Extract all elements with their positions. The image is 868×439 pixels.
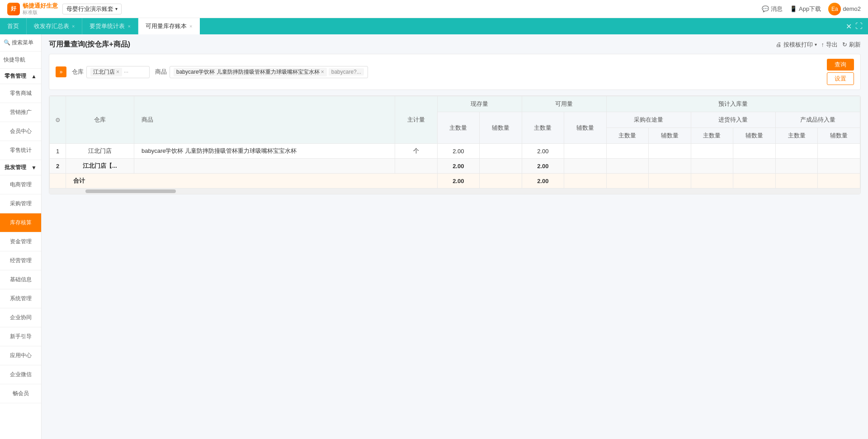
export-btn[interactable]: ↑ 导出	[821, 41, 838, 49]
col-product-header: 商品	[134, 96, 395, 144]
total-current-aux	[480, 174, 522, 189]
sidebar-item-enterprise-collab-label: 企业协同	[4, 314, 38, 321]
sidebar-item-app-center-label: 应用中心	[4, 352, 38, 359]
tab-home[interactable]: 首页	[0, 18, 27, 34]
settings-btn[interactable]: 设置	[827, 72, 854, 85]
content-area: 可用量查询(按仓库+商品) 🖨 按模板打印 ▾ ↑ 导出 ↻ 刷新	[42, 34, 868, 439]
scrollbar-thumb[interactable]	[85, 189, 176, 193]
search-icon: 🔍	[4, 39, 10, 46]
col-production-header: 产成品待入量	[775, 112, 860, 128]
product-filter-group: 商品 babycare学饮杯 儿童防摔防撞吸管杯重力球吸嘴杯宝宝水杯 × bab…	[155, 66, 368, 78]
row-1-available-main: 2.00	[522, 144, 564, 159]
user-profile[interactable]: Ea demo2	[828, 3, 861, 15]
download-icon: 📱	[790, 5, 797, 12]
sidebar-item-retail-mgmt-label: 零售管理	[5, 72, 26, 80]
query-btn[interactable]: 查询	[827, 59, 854, 71]
chevron-down-icon: ▾	[115, 6, 118, 11]
col-available-main-label: 主数量	[534, 124, 552, 131]
total-pur-main	[606, 174, 649, 189]
sidebar-item-marketing[interactable]: 营销推广	[0, 103, 41, 122]
col-current-main-label: 主数量	[449, 124, 467, 131]
sidebar-item-new-guide-label: 新手引导	[4, 333, 38, 340]
industry-selector[interactable]: 母婴行业演示账套 ▾	[62, 4, 122, 14]
sidebar-item-operations[interactable]: 经营管理	[0, 251, 41, 270]
header-right: 💬 消息 📱 App下载 Ea demo2	[762, 3, 861, 15]
row-1-current-main: 2.00	[437, 144, 480, 159]
col-available-qty-label: 可用量	[555, 100, 573, 107]
tab-receive-send[interactable]: 收发存汇总表 ×	[27, 18, 82, 34]
col-inc-main-header: 主数量	[691, 128, 733, 144]
col-available-main-header: 主数量	[522, 112, 564, 144]
refresh-btn[interactable]: ↻ 刷新	[842, 41, 861, 49]
header-left: 好 畅捷通好生意 标准版 母婴行业演示账套 ▾	[7, 2, 122, 15]
message-btn[interactable]: 💬 消息	[762, 5, 783, 13]
sidebar-item-new-guide[interactable]: 新手引导	[0, 327, 41, 346]
sidebar-item-membership[interactable]: 会员中心	[0, 122, 41, 141]
sidebar-item-retail-stats[interactable]: 零售统计	[0, 141, 41, 160]
print-dropdown-icon: ▾	[815, 42, 817, 47]
top-header: 好 畅捷通好生意 标准版 母婴行业演示账套 ▾ 💬 消息 📱 App下载 Ea …	[0, 0, 868, 18]
product-input[interactable]: babycare学饮杯 儿童防摔防撞吸管杯重力球吸嘴杯宝宝水杯 × babyca…	[170, 66, 368, 78]
sidebar-item-inventory-label: 库存核算	[4, 219, 38, 227]
row-1-inc-aux	[733, 144, 776, 159]
export-label: 导出	[826, 41, 838, 49]
col-available-qty-header: 可用量	[522, 96, 606, 112]
sidebar-item-wholesale-mgmt-label: 批发管理	[5, 164, 26, 171]
tab-receive-send-close[interactable]: ×	[72, 24, 75, 29]
sidebar-item-purchase-label: 采购管理	[4, 200, 38, 208]
sidebar-item-inventory[interactable]: 库存核算	[0, 213, 41, 232]
product-filter-label: 商品	[155, 68, 167, 76]
col-current-aux-label: 辅数量	[492, 124, 509, 131]
sidebar-item-system-mgmt[interactable]: 系统管理	[0, 289, 41, 308]
chevron-up-icon: ▲	[31, 73, 37, 80]
tab-order-stats[interactable]: 要货单统计表 ×	[82, 18, 138, 34]
sidebar-item-finance-label: 资金管理	[4, 238, 38, 245]
col-settings-icon[interactable]: ⚙	[55, 117, 61, 123]
page-title-bar: 可用量查询(按仓库+商品) 🖨 按模板打印 ▾ ↑ 导出 ↻ 刷新	[49, 40, 861, 49]
horizontal-scrollbar[interactable]	[49, 189, 860, 194]
tab-available-qty-close[interactable]: ×	[189, 24, 192, 29]
col-forecast-header: 预计入库量	[606, 96, 860, 112]
col-pur-aux-header: 辅数量	[649, 128, 691, 144]
total-prod-aux	[818, 174, 860, 189]
row-2-num: 2	[50, 159, 66, 174]
logo-area: 好 畅捷通好生意 标准版	[7, 2, 58, 15]
sidebar-item-retail-mall[interactable]: 零售商城	[0, 84, 41, 103]
message-label: 消息	[771, 5, 783, 13]
logo-icon: 好	[7, 3, 20, 15]
total-available-main: 2.00	[522, 174, 564, 189]
filter-expand-btn[interactable]: »	[56, 66, 66, 77]
sidebar-item-marketing-label: 营销推广	[4, 109, 38, 116]
maximize-icon[interactable]: ⛶	[855, 22, 863, 30]
sidebar-item-purchase[interactable]: 采购管理	[0, 194, 41, 213]
col-settings-header: ⚙	[50, 96, 66, 144]
tab-order-stats-close[interactable]: ×	[127, 24, 130, 29]
warehouse-tag-remove[interactable]: ×	[116, 69, 119, 75]
row-2-current-aux	[480, 159, 522, 174]
col-available-aux-label: 辅数量	[576, 124, 594, 131]
sidebar-item-basic-info[interactable]: 基础信息	[0, 270, 41, 289]
close-all-tabs-icon[interactable]: ✕	[846, 22, 852, 31]
sidebar-item-member-plus[interactable]: 畅会员	[0, 384, 41, 403]
app-name: 畅捷通好生意	[23, 2, 58, 9]
username: demo2	[843, 5, 861, 12]
row-2-product	[134, 159, 395, 174]
sidebar-item-retail-mgmt[interactable]: 零售管理 ▲	[0, 69, 41, 84]
export-icon: ↑	[821, 41, 825, 48]
sidebar-item-finance[interactable]: 资金管理	[0, 232, 41, 251]
app-download-btn[interactable]: 📱 App下载	[790, 5, 821, 13]
sidebar: 🔍 搜索菜单 快捷导航 零售管理 ▲ 零售商城 营销推广 会员中心 零售统计 批…	[0, 34, 42, 439]
sidebar-quick-nav[interactable]: 快捷导航	[0, 52, 41, 69]
sidebar-search[interactable]: 🔍 搜索菜单	[0, 34, 41, 52]
product-tag-1-remove[interactable]: ×	[321, 69, 324, 75]
warehouse-input[interactable]: 江北门店 × ···	[86, 66, 150, 78]
tab-available-qty[interactable]: 可用量库存账本 ×	[138, 18, 200, 34]
sidebar-item-app-center[interactable]: 应用中心	[0, 346, 41, 365]
sidebar-item-wholesale-mgmt[interactable]: 批发管理 ▼	[0, 160, 41, 175]
sidebar-item-ecommerce[interactable]: 电商管理	[0, 175, 41, 194]
warehouse-more-btn[interactable]: ···	[124, 69, 128, 75]
sidebar-item-enterprise-wechat[interactable]: 企业微信	[0, 365, 41, 384]
sidebar-item-enterprise-collab[interactable]: 企业协同	[0, 308, 41, 327]
row-2-inc-aux	[733, 159, 776, 174]
print-btn[interactable]: 🖨 按模板打印 ▾	[776, 41, 817, 49]
